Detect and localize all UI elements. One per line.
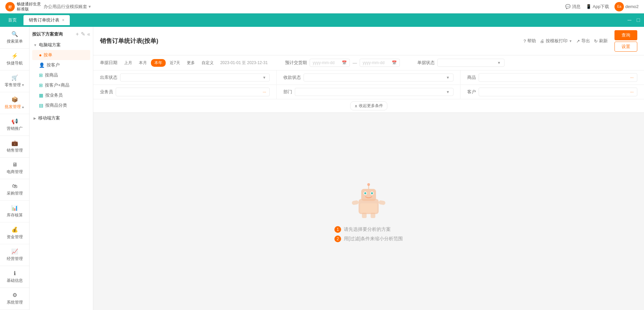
left-panel: 按以下方案查询 + ✎ « ▼ 电脑端方案 ● 按单 👤 按客户 ⊞ 按商品: [30, 27, 93, 310]
panel-add-btn[interactable]: +: [76, 31, 79, 37]
user-action[interactable]: Ea demo2: [614, 2, 639, 11]
sidebar-item-sales[interactable]: 💼 销售管理: [0, 136, 29, 158]
sidebar-item-marketing[interactable]: 📢 营销推广: [0, 114, 29, 136]
svg-rect-13: [371, 213, 375, 218]
panel-section-pc: ▼ 电脑端方案 ● 按单 👤 按客户 ⊞ 按商品 ⊞ 按客户+商品 ▦ 按业务员: [30, 40, 93, 110]
quicknav-icon: ⚡: [11, 53, 18, 59]
breadcrumb-arrow[interactable]: ▾: [89, 4, 91, 9]
payment-status-arrow: ▼: [446, 75, 450, 80]
collapse-bar: ∧ 收起更多条件: [93, 99, 644, 113]
template-print-link[interactable]: 🖨 按模板打印 ▼: [540, 38, 572, 44]
status-label: 单据状态: [417, 60, 435, 66]
app-download-action[interactable]: 📱 App下载: [586, 4, 609, 10]
ecommerce-icon: 🖥: [12, 162, 17, 168]
date-btn-last-7[interactable]: 近7天: [167, 59, 183, 67]
date-btn-more[interactable]: 更多: [184, 59, 198, 67]
sidebar-item-system[interactable]: ⚙ 系统管理: [0, 288, 29, 310]
filter-wrapper: 单据日期 上月 本月 本年 近7天 更多 自定义 2023-01-01 至 20…: [93, 55, 644, 113]
payment-status-select[interactable]: ▼: [304, 73, 453, 82]
product-label: 商品: [467, 74, 476, 81]
reset-button[interactable]: 设置: [614, 42, 637, 52]
panel-item-by-customer-product[interactable]: ⊞ 按客户+商品: [32, 80, 90, 90]
sidebar-item-quicknav[interactable]: ⚡ 快捷导航: [0, 49, 29, 70]
filter-row-2: 出库状态 ▼ 收款状态 ▼ 商品: [93, 70, 644, 85]
panel-collapse-btn[interactable]: «: [87, 31, 90, 37]
sidebar-item-operations[interactable]: 📈 经营管理: [0, 244, 29, 266]
refresh-link[interactable]: ↻ 刷新: [594, 38, 608, 44]
salesperson-more-icon[interactable]: ···: [263, 90, 266, 94]
hint-1-num: 1: [334, 226, 341, 233]
message-action[interactable]: 💬 消息: [565, 4, 581, 10]
section-pc-header[interactable]: ▼ 电脑端方案: [32, 40, 90, 50]
expected-delivery-end[interactable]: yyyy-mm-dd 📅: [360, 59, 400, 67]
date-btn-this-year[interactable]: 本年: [151, 59, 166, 67]
date-btn-last-month[interactable]: 上月: [121, 59, 135, 67]
sidebar-item-purchase[interactable]: 🛍 采购管理: [0, 179, 29, 201]
department-select[interactable]: ▼: [295, 88, 453, 96]
panel-toolbar: 按以下方案查询 + ✎ «: [30, 30, 93, 40]
basic-icon: ℹ: [14, 270, 16, 276]
customer-more-icon[interactable]: ···: [630, 90, 634, 94]
svg-rect-12: [362, 213, 367, 218]
finance-icon: 💰: [11, 226, 18, 233]
logo-icon: 好: [5, 2, 15, 11]
search-button[interactable]: 查询: [614, 30, 637, 40]
product-more-icon[interactable]: ···: [630, 75, 634, 80]
message-icon: 💬: [565, 4, 571, 9]
expected-delivery-start[interactable]: yyyy-mm-dd 📅: [310, 59, 350, 67]
tab-close-icon[interactable]: ×: [62, 18, 64, 22]
collapse-icon: ∧: [355, 104, 358, 108]
by-category-icon: ▤: [39, 103, 43, 108]
sidebar-item-retail[interactable]: 🛒 零售管理 ▼: [0, 70, 29, 92]
panel-item-by-salesperson[interactable]: ▦ 按业务员: [32, 90, 90, 100]
svg-point-6: [364, 192, 366, 194]
refresh-icon: ↻: [594, 39, 598, 44]
marketing-icon: 📢: [11, 118, 18, 124]
customer-label: 客户: [467, 89, 476, 95]
salesperson-cell: 业务员 ···: [93, 85, 277, 99]
panel-title: 按以下方案查询: [32, 31, 74, 37]
date-btn-this-month[interactable]: 本月: [136, 59, 150, 67]
export-link[interactable]: ↗ 导出: [576, 38, 590, 44]
svg-rect-11: [378, 200, 386, 205]
tab-home[interactable]: 首页: [3, 15, 22, 25]
panel-item-by-product[interactable]: ⊞ 按商品: [32, 70, 90, 80]
sidebar-item-ecommerce[interactable]: 🖥 电商管理: [0, 158, 29, 179]
tab-sales-order[interactable]: 销售订单统计表 ×: [23, 15, 70, 25]
retail-arrow: ▼: [21, 83, 25, 87]
salesperson-input[interactable]: ···: [116, 88, 270, 96]
help-link[interactable]: ? 帮助: [524, 38, 536, 44]
date-btn-custom[interactable]: 自定义: [199, 59, 216, 67]
breadcrumb: 办公用品行业模拟账套 ▾: [44, 4, 91, 10]
tab-maximize-btn[interactable]: □: [635, 16, 641, 24]
status-select[interactable]: ▼: [437, 59, 504, 67]
tab-minimize-btn[interactable]: ─: [626, 16, 633, 24]
sidebar-item-basic[interactable]: ℹ 基础信息: [0, 266, 29, 288]
panel-item-by-category[interactable]: ▤ 按商品分类: [32, 100, 90, 110]
svg-rect-3: [361, 189, 376, 201]
system-icon: ⚙: [12, 292, 17, 298]
sidebar-item-wholesale[interactable]: 📦 批发管理 ▲: [0, 92, 29, 114]
retail-icon: 🛒: [11, 74, 18, 81]
product-cell: 商品 ···: [461, 70, 644, 85]
by-customer-icon: 👤: [39, 62, 45, 68]
calendar-icon-2: 📅: [392, 60, 397, 65]
department-arrow: ▼: [446, 90, 450, 94]
section-mobile-header[interactable]: ▶ 移动端方案: [32, 113, 90, 123]
customer-input[interactable]: ···: [479, 88, 637, 96]
panel-item-by-customer[interactable]: 👤 按客户: [32, 60, 90, 70]
export-icon: ↗: [576, 39, 580, 44]
panel-item-by-order[interactable]: ● 按单: [32, 50, 90, 60]
collapse-button[interactable]: ∧ 收起更多条件: [350, 101, 387, 110]
panel-section-mobile: ▶ 移动端方案: [30, 113, 93, 123]
wholesale-icon: 📦: [11, 96, 18, 103]
sidebar-item-inventory[interactable]: 📊 库存核算: [0, 201, 29, 222]
search-icon: 🔍: [11, 31, 18, 37]
sidebar-item-finance[interactable]: 💰 资金管理: [0, 222, 29, 244]
filter-row-3: 业务员 ··· 部门 ▼ 客户: [93, 85, 644, 99]
avatar: Ea: [614, 2, 624, 11]
delivery-status-select[interactable]: ▼: [120, 73, 270, 82]
panel-edit-btn[interactable]: ✎: [81, 31, 85, 37]
product-input[interactable]: ···: [479, 73, 637, 82]
sidebar-item-search[interactable]: 🔍 搜索菜单: [0, 27, 29, 49]
